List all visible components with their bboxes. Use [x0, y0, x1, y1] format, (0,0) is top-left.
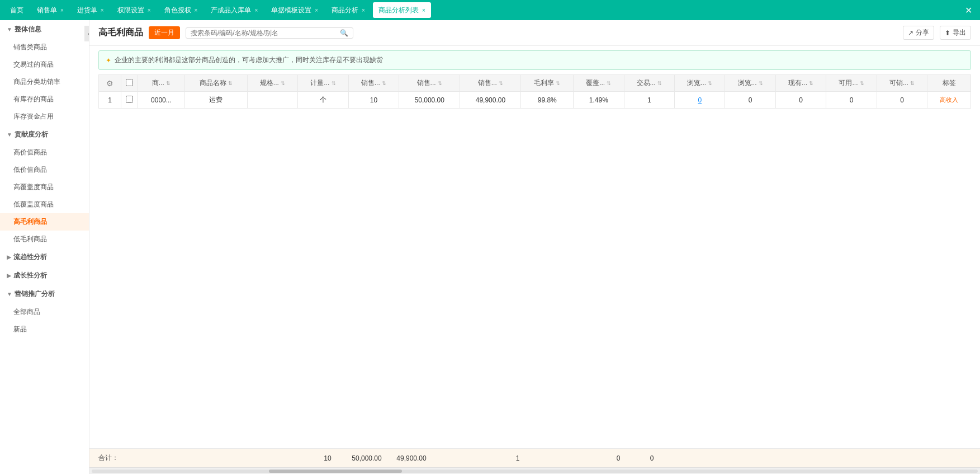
row-unit: 个	[298, 92, 348, 109]
col-tag: 标签	[927, 75, 971, 92]
sort-icon[interactable]: ⇅	[332, 81, 336, 86]
sidebar-group-contribution[interactable]: ▼ 贡献度分析	[0, 125, 89, 144]
sort-icon[interactable]: ⇅	[281, 81, 285, 86]
close-icon[interactable]: ×	[362, 7, 365, 13]
nav-home[interactable]: 首页	[4, 2, 29, 18]
search-icon[interactable]: 🔍	[340, 29, 348, 37]
nav-analysis[interactable]: 商品分析 ×	[326, 2, 371, 18]
sort-icon[interactable]: ⇅	[708, 81, 712, 86]
info-icon: ✦	[106, 57, 111, 64]
nav-role[interactable]: 角色授权 ×	[159, 2, 203, 18]
share-button[interactable]: ↗ 分享	[903, 26, 934, 40]
sort-icon[interactable]: ⇅	[382, 81, 386, 86]
sort-icon[interactable]: ⇅	[438, 81, 442, 86]
nav-product-inbound[interactable]: 产成品入库单 ×	[205, 2, 263, 18]
select-all-checkbox[interactable]	[126, 79, 133, 86]
close-icon[interactable]: ×	[254, 7, 258, 13]
close-icon[interactable]: ×	[101, 7, 104, 13]
close-icon[interactable]: ×	[148, 7, 151, 13]
sidebar-item-inventory-capital[interactable]: 库存资金占用	[0, 108, 89, 125]
sort-icon[interactable]: ⇅	[809, 81, 813, 86]
sidebar-item-low-margin[interactable]: 低毛利商品	[0, 231, 89, 248]
nav-sales[interactable]: 销售单 ×	[31, 2, 69, 18]
col-code: 商... ⇅	[138, 75, 184, 92]
sidebar-item-low-coverage[interactable]: 低覆盖度商品	[0, 196, 89, 213]
export-button[interactable]: ⬆ 导出	[940, 26, 971, 40]
footer-current: 0	[602, 454, 635, 462]
sort-icon[interactable]: ⇅	[499, 81, 503, 86]
sort-icon[interactable]: ⇅	[556, 81, 560, 86]
col-sellable: 可销... ⇅	[877, 75, 927, 92]
row-code: 0000...	[138, 92, 184, 109]
search-box: 🔍	[186, 27, 353, 39]
row-sales3: 49,900.00	[460, 92, 521, 109]
info-banner: ✦ 企业的主要的利润都是这部分商品创造的，可考虑加大推广，同时关注库存是不要出现…	[98, 50, 971, 70]
row-tag: 高收入	[927, 92, 971, 109]
sidebar-item-sales-goods[interactable]: 销售类商品	[0, 39, 89, 56]
sidebar-item-all-goods[interactable]: 全部商品	[0, 303, 89, 321]
sidebar-item-low-value[interactable]: 低价值商品	[0, 161, 89, 179]
col-available: 可用... ⇅	[826, 75, 877, 92]
nav-purchase[interactable]: 进货单 ×	[72, 2, 110, 18]
content-area: 高毛利商品 近一月 🔍 ↗ 分享 ⬆ 导出 ✦ 企业的主要的利润都是这部分商品创…	[89, 20, 980, 474]
scrollbar-thumb[interactable]	[269, 470, 402, 473]
close-icon[interactable]: ×	[195, 7, 198, 13]
col-browse2: 浏览... ⇅	[725, 75, 775, 92]
data-table: ⚙ 商... ⇅ 商品名称 ⇅ 规格... ⇅ 计量... ⇅ 销售... ⇅ …	[98, 74, 971, 109]
sidebar-group-marketing[interactable]: ▼ 营销推广分析	[0, 285, 89, 303]
sidebar-item-traded-goods[interactable]: 交易过的商品	[0, 56, 89, 73]
search-input[interactable]	[191, 29, 338, 37]
sort-icon[interactable]: ⇅	[607, 81, 611, 86]
settings-icon[interactable]: ⚙	[106, 79, 113, 88]
nav-permission[interactable]: 权限设置 ×	[112, 2, 157, 18]
sidebar-item-new-goods[interactable]: 新品	[0, 321, 89, 338]
nav-analysis-list[interactable]: 商品分析列表 ×	[373, 2, 431, 18]
sort-icon[interactable]: ⇅	[166, 81, 171, 86]
table-area: ⚙ 商... ⇅ 商品名称 ⇅ 规格... ⇅ 计量... ⇅ 销售... ⇅ …	[89, 74, 980, 448]
sidebar-group-growth[interactable]: ▶ 成长性分析	[0, 266, 89, 285]
page-title: 高毛利商品	[98, 27, 143, 39]
close-icon[interactable]: ×	[315, 7, 318, 13]
col-coverage: 覆盖... ⇅	[574, 75, 624, 92]
nav-template[interactable]: 单据模板设置 ×	[266, 2, 324, 18]
close-icon[interactable]: ×	[422, 7, 425, 13]
close-icon[interactable]: ×	[60, 7, 64, 13]
sidebar-item-high-margin[interactable]: 高毛利商品	[0, 213, 89, 231]
window-close-icon[interactable]: ✕	[962, 5, 976, 16]
row-browse1[interactable]: 0	[675, 92, 725, 109]
footer-available: 0	[635, 454, 669, 462]
horizontal-scrollbar[interactable]	[89, 467, 980, 474]
sidebar-item-high-coverage[interactable]: 高覆盖度商品	[0, 179, 89, 196]
row-checkbox[interactable]	[121, 92, 138, 109]
sidebar-collapse-button[interactable]: «	[84, 26, 89, 41]
sidebar-item-inventory-goods[interactable]: 有库存的商品	[0, 91, 89, 108]
row-gross-rate: 99.8%	[521, 92, 574, 109]
row-current: 0	[775, 92, 826, 109]
sort-icon[interactable]: ⇅	[910, 81, 915, 86]
row-spec	[247, 92, 297, 109]
col-sales3: 销售... ⇅	[460, 75, 521, 92]
footer-sales2: 50,000.00	[344, 454, 389, 462]
col-settings[interactable]: ⚙	[99, 75, 121, 92]
chevron-right-icon: ▶	[7, 254, 11, 260]
table-row: 1 0000... 运费 个 10 50,000.00 49,900.00 99…	[99, 92, 971, 109]
col-current: 现有... ⇅	[775, 75, 826, 92]
row-name: 运费	[184, 92, 247, 109]
row-sales2: 50,000.00	[399, 92, 460, 109]
sidebar-group-overview[interactable]: ▼ 整体信息	[0, 20, 89, 39]
chevron-right-icon: ▶	[7, 273, 11, 279]
scrollbar-track	[92, 470, 978, 473]
sidebar-item-category-rate[interactable]: 商品分类助销率	[0, 73, 89, 91]
sidebar-group-trend[interactable]: ▶ 流趋性分析	[0, 248, 89, 266]
col-name: 商品名称 ⇅	[184, 75, 247, 92]
sidebar-item-high-value[interactable]: 高价值商品	[0, 144, 89, 161]
sort-icon[interactable]: ⇅	[860, 81, 864, 86]
sort-icon[interactable]: ⇅	[759, 81, 763, 86]
col-spec: 规格... ⇅	[247, 75, 297, 92]
col-browse1: 浏览... ⇅	[675, 75, 725, 92]
filter-button[interactable]: 近一月	[149, 26, 180, 39]
sort-icon[interactable]: ⇅	[228, 81, 233, 86]
sort-icon[interactable]: ⇅	[657, 81, 662, 86]
col-checkbox[interactable]	[121, 75, 138, 92]
row-index: 1	[99, 92, 121, 109]
